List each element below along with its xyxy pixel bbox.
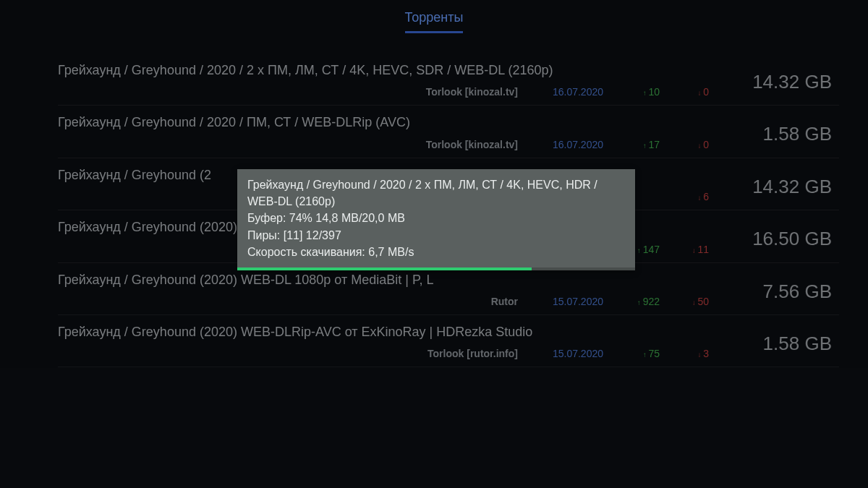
torrent-meta: Torlook [kinozal.tv]16.07.2020↑ 17↓ 0: [58, 139, 716, 150]
torrent-seeds: ↑ 10: [624, 86, 660, 98]
torrent-title: Грейхаунд / Greyhound / 2020 / 2 x ПМ, Л…: [58, 62, 716, 79]
source-label: Torlook [kinozal.tv]: [426, 86, 518, 98]
torrent-row[interactable]: Грейхаунд / Greyhound (2020) WEB-DLRip-A…: [58, 315, 839, 367]
download-status-popup: Грейхаунд / Greyhound / 2020 / 2 x ПМ, Л…: [237, 169, 635, 270]
torrent-seeds: ↑ 922: [624, 296, 660, 307]
torrent-seeds: ↑ 17: [624, 139, 660, 150]
torrent-source: Torlook [kinozal.tv]: [426, 139, 518, 150]
popup-peers: Пиры: [11] 12/397: [247, 227, 625, 244]
torrent-title: Грейхаунд / Greyhound (2020) WEB-DL 1080…: [58, 272, 716, 288]
torrent-title: Грейхаунд / Greyhound / 2020 / ПМ, СТ / …: [58, 114, 716, 131]
source-label: Torlook [rutor.info]: [427, 348, 518, 359]
progress-track: [237, 267, 635, 270]
torrent-size: 16.50 GB: [716, 219, 839, 250]
torrent-date: 16.07.2020: [538, 86, 603, 98]
torrent-source: Torlook [rutor.info]: [427, 348, 518, 359]
torrent-leech: ↓ 50: [680, 296, 709, 307]
torrent-size: 7.56 GB: [716, 272, 839, 303]
torrent-size: 14.32 GB: [716, 167, 839, 198]
popup-buffer: Буфер: 74% 14,8 MB/20,0 MB: [247, 210, 625, 226]
source-label: Torlook [kinozal.tv]: [426, 139, 518, 150]
torrent-leech: ↓ 3: [680, 348, 709, 359]
popup-title: Грейхаунд / Greyhound / 2020 / 2 x ПМ, Л…: [247, 176, 625, 210]
torrent-leech: ↓ 0: [680, 86, 709, 98]
torrent-row[interactable]: Грейхаунд / Greyhound (2020) WEB-DL 1080…: [58, 263, 839, 315]
torrent-meta: Torlook [kinozal.tv]16.07.2020↑ 10↓ 0: [58, 86, 716, 98]
torrent-leech: ↓ 11: [680, 244, 709, 255]
torrent-meta: Rutor15.07.2020↑ 922↓ 50: [58, 296, 716, 307]
popup-speed: Скорость скачивания: 6,7 MB/s: [247, 244, 625, 260]
torrent-leech: ↓ 6: [680, 191, 709, 202]
torrent-leech: ↓ 0: [680, 139, 709, 150]
torrent-row[interactable]: Грейхаунд / Greyhound / 2020 / ПМ, СТ / …: [58, 106, 839, 158]
progress-bar: [237, 267, 532, 270]
torrent-date: 15.07.2020: [538, 348, 603, 359]
torrent-size: 1.58 GB: [716, 324, 839, 355]
source-label: Rutor: [491, 296, 518, 307]
torrent-date: 15.07.2020: [538, 296, 603, 307]
torrent-seeds: ↑ 75: [624, 348, 660, 359]
torrent-size: 1.58 GB: [716, 114, 839, 145]
tab-torrents[interactable]: Торренты: [405, 10, 464, 33]
torrent-size: 14.32 GB: [716, 62, 839, 93]
torrent-row[interactable]: Грейхаунд / Greyhound / 2020 / 2 x ПМ, Л…: [58, 53, 839, 106]
torrent-source: Rutor: [491, 296, 518, 307]
torrent-source: Torlook [kinozal.tv]: [426, 86, 518, 98]
torrent-date: 16.07.2020: [538, 139, 603, 150]
header: Торренты: [0, 0, 868, 39]
torrent-title: Грейхаунд / Greyhound (2020) WEB-DLRip-A…: [58, 324, 716, 341]
torrent-meta: Torlook [rutor.info]15.07.2020↑ 75↓ 3: [58, 348, 716, 359]
